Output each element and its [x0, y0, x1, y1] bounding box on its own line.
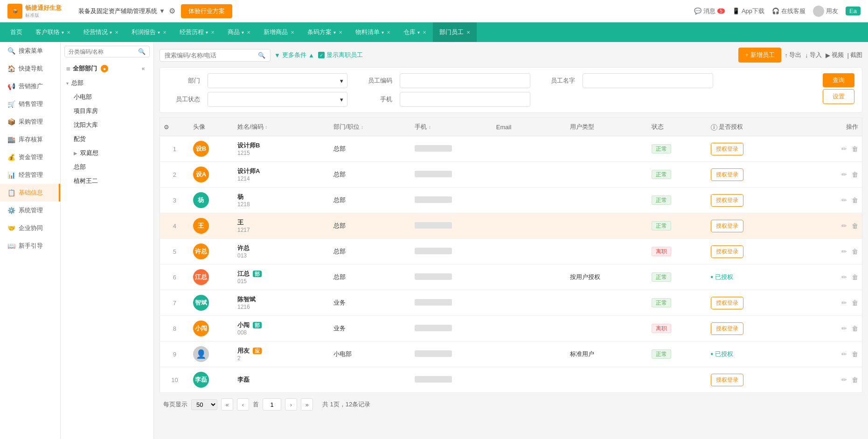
th-settings[interactable]: ⚙: [160, 118, 189, 136]
sidebar-item-inventory[interactable]: 🏬 库存核算: [0, 131, 60, 148]
dept-search-icon[interactable]: 🔍: [138, 48, 146, 55]
dept-node-hq2[interactable]: 总部: [61, 160, 153, 174]
delete-icon-3[interactable]: 🗑: [852, 196, 858, 204]
emp-search-icon[interactable]: 🔍: [258, 52, 265, 59]
print-btn[interactable]: | 截图: [847, 51, 862, 59]
sidebar-item-cooperation[interactable]: 🤝 企业协同: [0, 219, 60, 237]
dept-node-plant[interactable]: 植树王二: [61, 174, 153, 188]
import-btn[interactable]: ↓ 导入: [805, 51, 822, 59]
nav-tab-barcode-close[interactable]: ✕: [339, 30, 342, 35]
service-btn[interactable]: 🎧 在线客服: [772, 7, 806, 15]
edit-icon-1[interactable]: ✏: [841, 145, 847, 153]
nav-tab-customer[interactable]: 客户联络 ▾ ✕: [29, 22, 77, 42]
dept-node-delivery[interactable]: 配货: [61, 132, 153, 146]
user-btn[interactable]: 用友: [813, 6, 838, 17]
nav-tab-business[interactable]: 经营情况 ▾ ✕: [77, 22, 125, 42]
view-btn[interactable]: ▶ 视频: [826, 51, 844, 59]
dept-node-hq[interactable]: ▾ 总部: [61, 76, 153, 90]
filter-phone-input[interactable]: [400, 92, 530, 107]
edit-icon-10[interactable]: ✏: [841, 376, 847, 383]
auth-btn-10[interactable]: 授权登录: [711, 374, 743, 386]
filter-empcode-input[interactable]: [400, 73, 530, 88]
all-dept-row[interactable]: ⊞ 全部部门 ● «: [61, 61, 153, 76]
delete-icon-9[interactable]: 🗑: [852, 350, 858, 358]
auth-btn-4[interactable]: 授权登录: [711, 220, 743, 232]
edit-icon-5[interactable]: ✏: [841, 248, 847, 255]
query-button[interactable]: 查询: [823, 73, 854, 87]
sidebar-item-system[interactable]: ⚙️ 系统管理: [0, 202, 60, 219]
dept-node-small-elec[interactable]: 小电部: [61, 90, 153, 104]
auth-btn-3[interactable]: 授权登录: [711, 194, 743, 207]
auth-btn-1[interactable]: 授权登录: [711, 143, 743, 155]
sidebar-item-basic-info[interactable]: 📋 基础信息: [0, 184, 60, 202]
delete-icon-2[interactable]: 🗑: [852, 171, 858, 178]
dept-tree-collapse-btn[interactable]: «: [139, 64, 148, 73]
dept-node-shenyang[interactable]: 沈阳大库: [61, 118, 153, 132]
filter-status-select[interactable]: ▾: [208, 92, 347, 107]
prev-page-btn[interactable]: ‹: [237, 398, 249, 411]
filter-empname-input[interactable]: [583, 73, 713, 88]
nav-tab-process[interactable]: 经营历程 ▾ ✕: [173, 22, 221, 42]
nav-tab-material-close[interactable]: ✕: [387, 30, 390, 35]
filter-dept-select[interactable]: ▾: [208, 73, 347, 88]
delete-icon-1[interactable]: 🗑: [852, 145, 858, 153]
nav-tab-add-goods-close[interactable]: ✕: [291, 30, 294, 35]
dept-node-double-think[interactable]: ▶ 双庭想: [61, 146, 153, 160]
nav-tab-goods-close[interactable]: ✕: [247, 30, 250, 35]
th-phone[interactable]: 手机: [411, 118, 492, 136]
edit-icon-7[interactable]: ✏: [841, 299, 847, 307]
sidebar-item-sales[interactable]: 🛒 销售管理: [0, 95, 60, 113]
col-settings-icon[interactable]: ⚙: [164, 124, 169, 131]
page-number-input[interactable]: [263, 398, 281, 411]
sidebar-item-operations[interactable]: 📊 经营管理: [0, 166, 60, 184]
delete-icon-6[interactable]: 🗑: [852, 273, 858, 281]
sidebar-item-search-menu[interactable]: 🔍 搜索菜单: [0, 42, 60, 60]
more-filter-btn[interactable]: ▼ 更多条件 ▲: [274, 51, 314, 59]
emp-search-input[interactable]: [165, 52, 258, 59]
nav-tab-business-close[interactable]: ✕: [115, 30, 118, 35]
auth-btn-2[interactable]: 授权登录: [711, 168, 743, 181]
export-btn[interactable]: ↑ 导出: [785, 51, 802, 59]
nav-tab-warehouse-close[interactable]: ✕: [423, 30, 426, 35]
delete-icon-5[interactable]: 🗑: [852, 248, 858, 255]
auth-btn-5[interactable]: 授权登录: [711, 245, 743, 258]
auth-btn-7[interactable]: 授权登录: [711, 297, 743, 309]
first-page-btn[interactable]: «: [221, 398, 233, 411]
message-btn[interactable]: 💬 消息 5: [694, 7, 725, 15]
edit-icon-3[interactable]: ✏: [841, 196, 847, 204]
dept-node-project[interactable]: 项目库房: [61, 104, 153, 118]
edit-icon-9[interactable]: ✏: [841, 350, 847, 358]
title-dropdown-icon[interactable]: ▼: [159, 7, 165, 14]
delete-icon-4[interactable]: 🗑: [852, 222, 858, 230]
edit-icon-6[interactable]: ✏: [841, 273, 847, 281]
sidebar-item-finance[interactable]: 💰 资金管理: [0, 148, 60, 166]
delete-icon-8[interactable]: 🗑: [852, 325, 858, 332]
add-emp-button[interactable]: + 新增员工: [738, 48, 781, 63]
nav-tab-profit[interactable]: 利润报告 ▾ ✕: [125, 22, 173, 42]
set-button[interactable]: 设置: [823, 89, 854, 104]
edit-icon-4[interactable]: ✏: [841, 222, 847, 230]
sidebar-item-quick-nav[interactable]: 🏠 快捷导航: [0, 60, 60, 77]
auth-btn-8[interactable]: 授权登录: [711, 322, 743, 335]
nav-tab-process-close[interactable]: ✕: [211, 30, 215, 35]
nav-tab-goods[interactable]: 商品 ▾ ✕: [221, 22, 257, 42]
app-download-btn[interactable]: 📱 App下载: [732, 7, 764, 15]
edit-icon-8[interactable]: ✏: [841, 325, 847, 332]
nav-tab-profit-close[interactable]: ✕: [163, 30, 167, 35]
nav-tab-barcode[interactable]: 条码方案 ▾ ✕: [301, 22, 349, 42]
settings-icon[interactable]: ⚙: [169, 7, 175, 15]
nav-tab-dept-emp[interactable]: 部门员工 ✕: [433, 22, 477, 42]
nav-tab-dept-emp-close[interactable]: ✕: [466, 30, 470, 35]
dept-search-input[interactable]: [69, 49, 138, 55]
authorized-info-icon[interactable]: ℹ: [711, 124, 717, 131]
nav-tab-home[interactable]: 首页: [4, 22, 29, 42]
delete-icon-10[interactable]: 🗑: [852, 376, 858, 383]
th-name[interactable]: 姓名/编码: [234, 118, 330, 136]
sidebar-item-guide[interactable]: 📖 新手引导: [0, 237, 60, 255]
nav-tab-add-goods[interactable]: 新增商品 ✕: [257, 22, 301, 42]
th-dept[interactable]: 部门/职位: [330, 118, 411, 136]
edit-icon-2[interactable]: ✏: [841, 171, 847, 178]
nav-tab-customer-close[interactable]: ✕: [67, 30, 70, 35]
sidebar-item-purchase[interactable]: 📦 采购管理: [0, 113, 60, 131]
show-resign-toggle[interactable]: ✓ 显示离职员工: [318, 51, 363, 59]
